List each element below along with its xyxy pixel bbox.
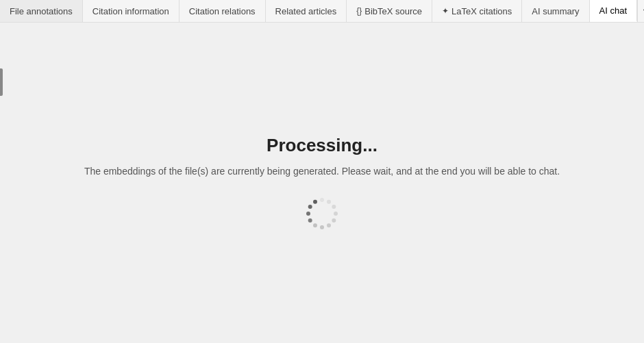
tab-citation-information[interactable]: Citation information — [83, 0, 179, 22]
tab-file-annotations[interactable]: File annotations — [0, 0, 83, 22]
tab-citation-relations[interactable]: Citation relations — [179, 0, 266, 22]
processing-description: The embeddings of the file(s) are curren… — [84, 166, 560, 177]
processing-title: Processing... — [267, 135, 377, 156]
tab-ai-summary-label: AI summary — [532, 6, 579, 16]
tab-file-annotations-label: File annotations — [10, 6, 73, 16]
tab-citation-relations-label: Citation relations — [189, 6, 256, 16]
tab-citation-information-label: Citation information — [92, 6, 169, 16]
tab-ai-chat[interactable]: AI chat — [590, 0, 637, 22]
tab-bibtex-source[interactable]: {} BibTeX source — [347, 0, 432, 22]
tab-ai-chat-label: AI chat — [599, 5, 627, 16]
loading-spinner — [304, 196, 340, 231]
tab-bibtex-source-label: BibTeX source — [364, 6, 422, 16]
tab-bar: File annotations Citation information Ci… — [0, 0, 644, 23]
tab-latex-citations-label: LaTeX citations — [451, 6, 512, 16]
tab-latex-citations[interactable]: ✦ LaTeX citations — [432, 0, 522, 22]
more-tabs-button[interactable]: ▾ — [637, 0, 644, 22]
tab-related-articles[interactable]: Related articles — [266, 0, 347, 22]
main-content: Processing... The embeddings of the file… — [0, 23, 644, 343]
latex-icon: ✦ — [442, 6, 449, 16]
sidebar-indicator — [0, 68, 3, 96]
bibtex-icon: {} — [356, 6, 362, 16]
tab-ai-summary[interactable]: AI summary — [522, 0, 589, 22]
tab-related-articles-label: Related articles — [275, 6, 337, 16]
